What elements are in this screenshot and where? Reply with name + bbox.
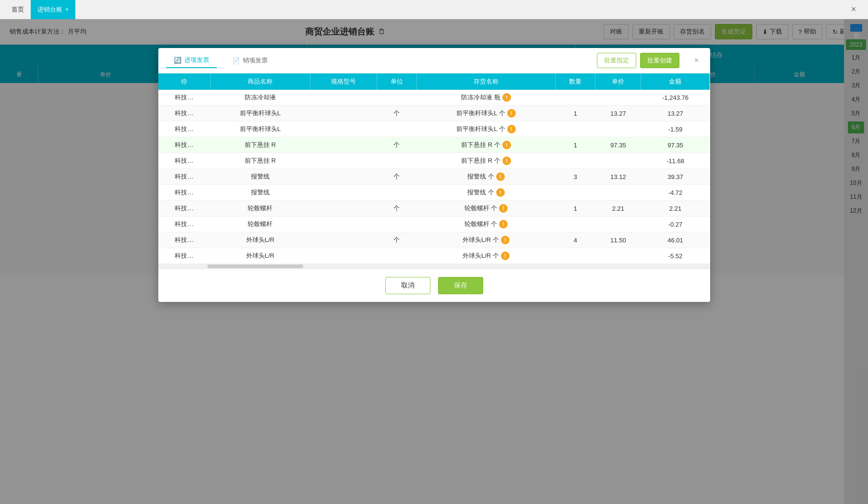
table-row: 科技…报警线个报警线 个!313.1239.37 — [158, 169, 710, 185]
cell-qty — [555, 90, 595, 106]
modal-scrollbar[interactable] — [158, 264, 710, 269]
cell-product: 前平衡杆球头L — [210, 121, 310, 137]
cell-spec — [310, 121, 377, 137]
col-amount: 金额 — [641, 73, 710, 90]
cell-spec — [310, 169, 377, 185]
cell-company: 科技… — [158, 137, 211, 153]
cell-qty: 1 — [555, 106, 595, 121]
invoice-table: 你 商品名称 规格型号 单位 存货名称 数量 单价 金额 科技…防冻冷 — [158, 73, 710, 264]
cell-qty — [555, 121, 595, 137]
cell-inventory: 外球头L/R 个! — [416, 248, 555, 264]
cell-company: 科技… — [158, 201, 211, 216]
cell-unit — [377, 90, 416, 106]
warning-icon: ! — [507, 125, 516, 133]
table-row: 科技…前下悬挂 R个前下悬挂 R 个!197.3597.35 — [158, 137, 710, 153]
cell-unit — [377, 185, 416, 201]
cell-product: 外球头L/R — [210, 248, 310, 264]
scrollbar-thumb — [207, 264, 303, 268]
cell-inventory: 报警线 个! — [416, 169, 555, 185]
cell-amount: -0.27 — [641, 216, 710, 232]
cell-price — [595, 90, 641, 106]
col-product: 商品名称 — [210, 73, 310, 90]
cell-amount: 2.21 — [641, 201, 710, 216]
cell-amount: -4.72 — [641, 185, 710, 201]
cell-amount: -1.59 — [641, 121, 710, 137]
cancel-button[interactable]: 取消 — [385, 277, 430, 294]
cell-qty — [555, 185, 595, 201]
cell-price: 97.35 — [595, 137, 641, 153]
cell-price: 11.50 — [595, 232, 641, 248]
modal-overlay: 🔄 进项发票 📄 销项发票 批量指定 批量创建 × — [0, 19, 868, 504]
cell-company: 科技… — [158, 216, 211, 232]
cell-qty: 4 — [555, 232, 595, 248]
cell-unit: 个 — [377, 232, 416, 248]
cell-product: 报警线 — [210, 185, 310, 201]
tab-close-icon[interactable]: × — [65, 0, 69, 19]
cell-company: 科技… — [158, 248, 211, 264]
cell-qty: 1 — [555, 201, 595, 216]
cell-price — [595, 121, 641, 137]
cell-inventory: 轮毂螺杆 个! — [416, 216, 555, 232]
modal-footer: 取消 保存 — [158, 269, 710, 302]
cell-qty — [555, 153, 595, 169]
warning-icon: ! — [501, 236, 510, 244]
cell-inventory: 前平衡杆球头L 个! — [416, 121, 555, 137]
window-close-button[interactable]: × — [844, 0, 863, 19]
cell-amount: -1,243.76 — [641, 90, 710, 106]
modal-close-button[interactable]: × — [691, 55, 702, 66]
cell-price — [595, 185, 641, 201]
cell-spec — [310, 137, 377, 153]
cell-spec — [310, 90, 377, 106]
warning-icon: ! — [502, 141, 511, 149]
cell-inventory: 报警线 个! — [416, 185, 555, 201]
cell-qty: 3 — [555, 169, 595, 185]
modal-body: 你 商品名称 规格型号 单位 存货名称 数量 单价 金额 科技…防冻冷 — [158, 73, 710, 269]
cell-spec — [310, 232, 377, 248]
cell-amount: -11.68 — [641, 153, 710, 169]
tab-invoice-out[interactable]: 📄 销项发票 — [225, 53, 275, 68]
cell-product: 轮毂螺杆 — [210, 216, 310, 232]
tab-invoice-in[interactable]: 🔄 进项发票 — [166, 53, 217, 68]
modal-header-actions: 批量指定 批量创建 — [597, 53, 679, 68]
cell-price — [595, 248, 641, 264]
save-button[interactable]: 保存 — [438, 277, 483, 294]
warning-icon: ! — [499, 204, 508, 213]
table-row: 科技…前平衡杆球头L个前平衡杆球头L 个!113.2713.27 — [158, 106, 710, 121]
cell-product: 前下悬挂 R — [210, 153, 310, 169]
cell-qty — [555, 248, 595, 264]
warning-icon: ! — [499, 220, 508, 228]
cell-unit — [377, 121, 416, 137]
invoice-out-icon: 📄 — [232, 57, 240, 64]
batch-create-button[interactable]: 批量创建 — [640, 53, 679, 68]
cell-unit: 个 — [377, 137, 416, 153]
cell-qty: 1 — [555, 137, 595, 153]
warning-icon: ! — [496, 188, 505, 197]
cell-product: 前下悬挂 R — [210, 137, 310, 153]
warning-icon: ! — [502, 93, 511, 102]
warning-icon: ! — [501, 252, 510, 260]
col-unit: 单位 — [377, 73, 416, 90]
cell-unit — [377, 248, 416, 264]
modal-header: 🔄 进项发票 📄 销项发票 批量指定 批量创建 × — [158, 48, 710, 73]
cell-product: 报警线 — [210, 169, 310, 185]
modal-table-wrapper[interactable]: 你 商品名称 规格型号 单位 存货名称 数量 单价 金额 科技…防冻冷 — [158, 73, 710, 264]
cell-spec — [310, 201, 377, 216]
home-tab[interactable]: 首页 — [5, 0, 31, 19]
cell-amount: 13.27 — [641, 106, 710, 121]
cell-product: 防冻冷却液 — [210, 90, 310, 106]
cell-amount: -5.52 — [641, 248, 710, 264]
table-row: 科技…轮毂螺杆个轮毂螺杆 个!12.212.21 — [158, 201, 710, 216]
table-row: 科技…报警线报警线 个!-4.72 — [158, 185, 710, 201]
cell-company: 科技… — [158, 106, 211, 121]
invoice-in-icon: 🔄 — [174, 57, 181, 64]
table-row: 科技…外球头L/R个外球头L/R 个!411.5046.01 — [158, 232, 710, 248]
table-row: 科技…防冻冷却液防冻冷却液 瓶!-1,243.76 — [158, 90, 710, 106]
col-inventory: 存货名称 — [416, 73, 555, 90]
table-row: 科技…轮毂螺杆轮毂螺杆 个!-0.27 — [158, 216, 710, 232]
current-tab[interactable]: 进销台账 × — [31, 0, 75, 19]
cell-inventory: 前下悬挂 R 个! — [416, 137, 555, 153]
cell-company: 科技… — [158, 121, 211, 137]
cell-product: 轮毂螺杆 — [210, 201, 310, 216]
batch-assign-button[interactable]: 批量指定 — [597, 53, 636, 68]
cell-spec — [310, 248, 377, 264]
